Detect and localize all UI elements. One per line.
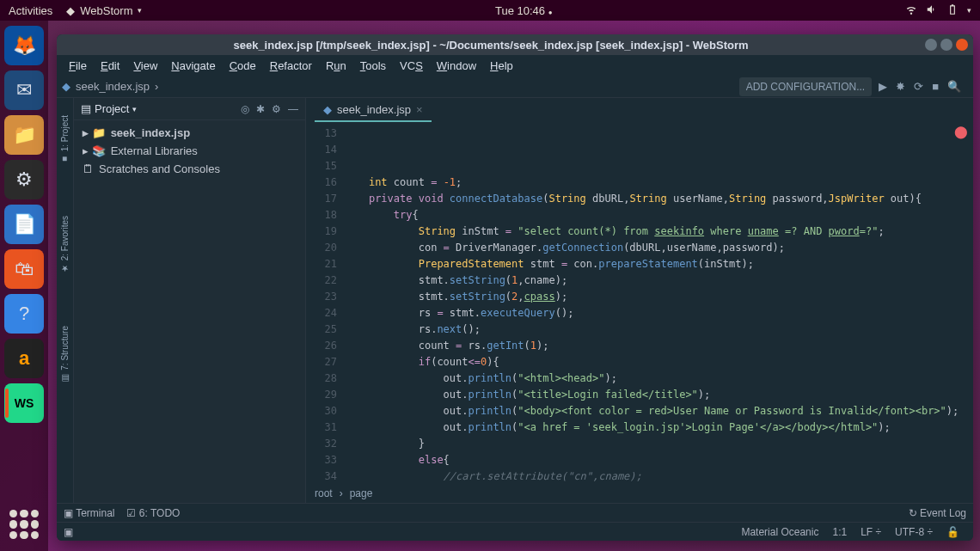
launcher-firefox[interactable]: 🦊 (4, 26, 44, 65)
battery-icon[interactable] (946, 3, 959, 18)
window-title: seek_index.jsp [/tmp/seek_index.jsp] - ~… (57, 39, 925, 52)
editor-breadcrumbs: root › page (306, 484, 973, 503)
todo-tool-button[interactable]: ☑ 6: TODO (126, 507, 180, 519)
chevron-down-icon[interactable]: ▾ (967, 6, 971, 15)
error-stripe-icon[interactable]: ⬤ (954, 124, 968, 140)
menu-help[interactable]: Help (485, 58, 518, 74)
minimize-button[interactable] (925, 39, 937, 51)
code-editor[interactable]: ⬤ int count = -1; private void connectDa… (344, 122, 973, 484)
run-icon[interactable]: ▶ (879, 80, 887, 93)
launcher-software[interactable]: 🛍 (4, 249, 44, 289)
menu-view[interactable]: View (128, 58, 162, 74)
launcher-writer[interactable]: 📄 (4, 205, 44, 244)
wifi-icon[interactable] (905, 3, 917, 18)
crumb-root[interactable]: root (315, 487, 333, 499)
gutter-line-numbers: 1314151617181920212223242526272829303132… (306, 122, 344, 484)
add-configuration-button[interactable]: ADD CONFIGURATION... (739, 77, 872, 96)
breadcrumb-item[interactable]: seek_index.jsp (76, 80, 150, 93)
webstorm-icon: ◆ (66, 4, 75, 17)
app-menu-label: WebStorm (80, 4, 132, 17)
project-tree-item[interactable]: ▸ 📚External Libraries (79, 142, 300, 160)
launcher-rhythmbox[interactable]: ⚙ (4, 160, 44, 199)
chevron-down-icon[interactable]: ▾ (132, 105, 137, 113)
tool-window-stripe-bottom: ▣ Terminal ☑ 6: TODO ↻ Event Log (57, 503, 973, 522)
tree-icon: 🗒 (83, 162, 94, 175)
tree-icon: ▸ 📚 (83, 144, 106, 157)
show-applications-button[interactable] (9, 510, 39, 539)
status-bar: ▣ Material Oceanic 1:1 LF ÷ UTF-8 ÷ 🔓 (57, 522, 973, 541)
tree-icon: ▸ 📁 (83, 126, 106, 139)
launcher-webstorm[interactable]: WS (4, 383, 44, 423)
menu-navigate[interactable]: Navigate (166, 58, 220, 74)
tool-window-stripe-left: ■1: Project ★2: Favorites ▤7: Structure (57, 98, 74, 503)
project-view-icon: ▤ (81, 102, 91, 115)
ubuntu-top-bar: Activities ◆ WebStorm ▾ Tue 10:46 ● ▾ (0, 0, 980, 21)
editor-area: ◆ seek_index.jsp × 131415161718192021222… (306, 98, 973, 503)
menu-vcs[interactable]: VCS (395, 58, 428, 74)
search-icon[interactable]: 🔍 (947, 80, 961, 93)
jsp-file-icon: ◆ (323, 103, 332, 116)
tree-label: External Libraries (111, 144, 198, 157)
collapse-icon[interactable]: ✱ (256, 103, 265, 115)
ubuntu-launcher: 🦊 ✉ 📁 ⚙ 📄 🛍 ? a WS (0, 21, 48, 551)
window-title-bar[interactable]: seek_index.jsp [/tmp/seek_index.jsp] - ~… (57, 34, 973, 55)
menu-window[interactable]: Window (432, 58, 481, 74)
menu-code[interactable]: Code (224, 58, 261, 74)
launcher-amazon[interactable]: a (4, 339, 44, 378)
tool-windows-toggle-icon[interactable]: ▣ (64, 526, 73, 538)
app-menu[interactable]: ◆ WebStorm ▾ (66, 4, 142, 17)
close-tab-icon[interactable]: × (416, 103, 423, 116)
clock[interactable]: Tue 10:46 ● (142, 4, 905, 17)
navigation-bar: ◆ seek_index.jsp › ADD CONFIGURATION... … (57, 76, 973, 98)
maximize-button[interactable] (940, 39, 952, 51)
menu-file[interactable]: File (64, 58, 92, 74)
tab-label: seek_index.jsp (337, 103, 411, 116)
menu-edit[interactable]: Edit (95, 58, 125, 74)
status-readonly-icon[interactable]: 🔓 (940, 526, 966, 538)
tree-label: seek_index.jsp (111, 126, 191, 139)
close-button[interactable] (956, 39, 968, 51)
launcher-thunderbird[interactable]: ✉ (4, 70, 44, 110)
editor-tab[interactable]: ◆ seek_index.jsp × (315, 99, 432, 122)
locate-icon[interactable]: ◎ (241, 103, 249, 115)
terminal-tool-button[interactable]: ▣ Terminal (64, 507, 114, 519)
crumb-page[interactable]: page (350, 487, 373, 499)
stop-icon[interactable]: ■ (932, 80, 939, 93)
volume-icon[interactable] (926, 3, 938, 18)
menu-refactor[interactable]: Refactor (265, 58, 317, 74)
launcher-files[interactable]: 📁 (4, 115, 44, 155)
menu-bar: File Edit View Navigate Code Refactor Ru… (57, 55, 973, 76)
activities-button[interactable]: Activities (9, 4, 52, 17)
hide-icon[interactable]: — (288, 103, 298, 115)
project-tool-window: ▤ Project ▾ ◎ ✱ ⚙ — ▸ 📁seek_index.jsp▸ 📚… (74, 98, 306, 503)
project-tree-item[interactable]: 🗒Scratches and Consoles (79, 160, 300, 178)
tool-structure-button[interactable]: ▤7: Structure (60, 326, 70, 383)
status-caret-position[interactable]: 1:1 (825, 526, 854, 538)
chevron-right-icon: › (340, 487, 343, 499)
webstorm-window: seek_index.jsp [/tmp/seek_index.jsp] - ~… (57, 34, 973, 541)
tree-label: Scratches and Consoles (99, 162, 220, 175)
chevron-right-icon: › (155, 80, 158, 93)
jsp-file-icon: ◆ (62, 80, 70, 93)
menu-run[interactable]: Run (321, 58, 352, 74)
status-encoding[interactable]: UTF-8 ÷ (888, 526, 940, 538)
settings-icon[interactable]: ⚙ (272, 103, 281, 115)
run-with-coverage-icon[interactable]: ⟳ (914, 80, 923, 93)
tool-favorites-button[interactable]: ★2: Favorites (60, 216, 70, 273)
debug-icon[interactable]: ✸ (896, 80, 905, 93)
project-tree-item[interactable]: ▸ 📁seek_index.jsp (79, 124, 300, 142)
menu-tools[interactable]: Tools (355, 58, 391, 74)
status-theme[interactable]: Material Oceanic (734, 526, 825, 538)
event-log-button[interactable]: ↻ Event Log (909, 507, 966, 519)
launcher-help[interactable]: ? (4, 294, 44, 334)
tool-project-button[interactable]: ■1: Project (60, 115, 70, 164)
project-view-label[interactable]: Project (95, 102, 129, 115)
status-line-separator[interactable]: LF ÷ (854, 526, 888, 538)
